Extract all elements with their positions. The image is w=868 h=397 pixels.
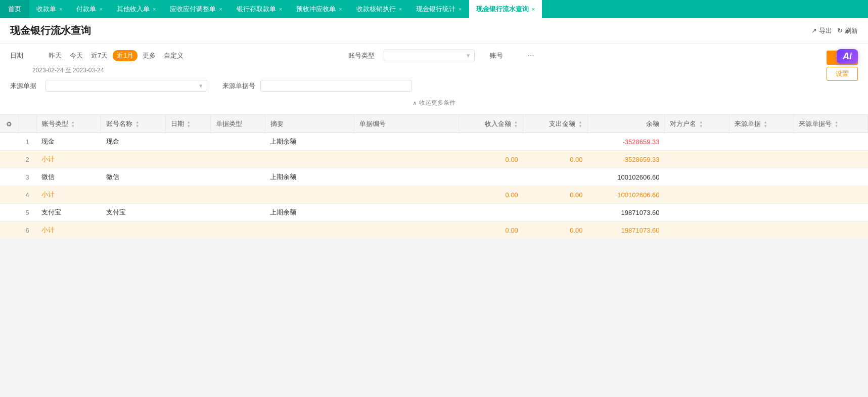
nav-tab[interactable]: 收款核销执行× bbox=[349, 0, 409, 18]
table-cell: 现金 bbox=[101, 133, 166, 151]
th-summary: 摘要 bbox=[265, 115, 354, 133]
page-header: 现金银行流水查询 ↗ 导出 ↻ 刷新 bbox=[0, 18, 868, 43]
table-cell bbox=[210, 133, 265, 151]
table-cell bbox=[265, 151, 354, 168]
table-cell: 0.00 bbox=[459, 222, 523, 239]
nav-tab[interactable]: 其他收入单× bbox=[110, 0, 163, 18]
header-actions: ↗ 导出 ↻ 刷新 bbox=[811, 26, 858, 35]
account-ellipsis[interactable]: ··· bbox=[525, 51, 536, 60]
date-opt-1month[interactable]: 近1月 bbox=[113, 50, 138, 61]
table-cell: 小计 bbox=[36, 186, 101, 204]
date-opt-more[interactable]: 更多 bbox=[140, 50, 159, 61]
source-doc-num-label: 来源单据号 bbox=[222, 81, 255, 91]
source-doc-label: 来源单据 bbox=[10, 81, 40, 91]
chevron-down-icon: ▾ bbox=[467, 52, 470, 59]
table-cell bbox=[0, 168, 18, 186]
table-cell bbox=[354, 151, 459, 168]
nav-tab[interactable]: 付款单× bbox=[69, 0, 109, 18]
table-cell bbox=[210, 204, 265, 222]
table-cell bbox=[0, 204, 18, 222]
table-cell bbox=[523, 168, 588, 186]
nav-tab[interactable]: 现金银行流水查询× bbox=[469, 0, 542, 18]
table-cell bbox=[665, 151, 729, 168]
table-row: 6小计0.000.0019871073.60 bbox=[0, 222, 868, 239]
tab-close-icon[interactable]: × bbox=[532, 6, 535, 12]
nav-tab[interactable]: 应收应付调整单× bbox=[163, 0, 229, 18]
table-cell bbox=[523, 204, 588, 222]
account-label: 账号 bbox=[490, 51, 520, 60]
table-cell bbox=[523, 133, 588, 151]
th-income[interactable]: 收入金额 ▲▼ bbox=[459, 115, 523, 133]
table-cell: 上期余额 bbox=[265, 204, 354, 222]
table-cell bbox=[165, 204, 210, 222]
tab-close-icon[interactable]: × bbox=[339, 6, 342, 12]
tab-close-icon[interactable]: × bbox=[399, 6, 402, 12]
table-cell bbox=[265, 186, 354, 204]
date-opt-today[interactable]: 今天 bbox=[67, 50, 86, 61]
table-cell: 上期余额 bbox=[265, 168, 354, 186]
tab-close-icon[interactable]: × bbox=[279, 6, 282, 12]
table-cell: 19871073.60 bbox=[587, 222, 664, 239]
table-cell bbox=[794, 168, 868, 186]
ai-badge[interactable]: Ai bbox=[837, 49, 858, 64]
tab-close-icon[interactable]: × bbox=[99, 6, 102, 12]
th-doc-no: 单据编号 bbox=[354, 115, 459, 133]
table-cell: 100102606.60 bbox=[587, 168, 664, 186]
tab-close-icon[interactable]: × bbox=[153, 6, 156, 12]
table-cell: 0.00 bbox=[523, 186, 588, 204]
table-cell bbox=[165, 133, 210, 151]
th-account-name[interactable]: 账号名称 ▲▼ bbox=[101, 115, 166, 133]
table-cell: 1 bbox=[18, 133, 36, 151]
table-cell bbox=[354, 133, 459, 151]
table-cell: 支付宝 bbox=[36, 204, 101, 222]
table-cell bbox=[459, 168, 523, 186]
table-cell bbox=[794, 133, 868, 151]
source-doc-select[interactable]: ▾ bbox=[45, 80, 207, 92]
table-cell bbox=[210, 168, 265, 186]
table-cell bbox=[354, 204, 459, 222]
export-button[interactable]: ↗ 导出 bbox=[811, 26, 832, 35]
nav-tab[interactable]: 预收冲应收单× bbox=[289, 0, 349, 18]
filter-row-date: 日期 昨天 今天 近7天 近1月 更多 自定义 账号类型 ▾ bbox=[10, 50, 816, 61]
tab-close-icon[interactable]: × bbox=[459, 6, 462, 12]
th-counterpart[interactable]: 对方户名 ▲▼ bbox=[665, 115, 729, 133]
tab-close-icon[interactable]: × bbox=[59, 6, 62, 12]
table-cell bbox=[0, 133, 18, 151]
table-cell bbox=[459, 133, 523, 151]
page-title: 现金银行流水查询 bbox=[10, 24, 91, 37]
table-cell bbox=[354, 186, 459, 204]
th-account-type[interactable]: 账号类型 ▲▼ bbox=[36, 115, 101, 133]
table-cell: -3528659.33 bbox=[587, 151, 664, 168]
nav-tab[interactable]: 现金银行统计× bbox=[409, 0, 469, 18]
th-expense[interactable]: 支出金额 ▲▼ bbox=[523, 115, 588, 133]
table-row: 2小计0.000.00-3528659.33 bbox=[0, 151, 868, 168]
table-cell: 微信 bbox=[101, 168, 166, 186]
table-cell: 4 bbox=[18, 186, 36, 204]
table-cell: 支付宝 bbox=[101, 204, 166, 222]
table-cell bbox=[0, 151, 18, 168]
account-type-select[interactable]: ▾ bbox=[384, 50, 475, 61]
collapse-label: 收起更多条件 bbox=[419, 99, 455, 107]
collapse-bar[interactable]: ∧ 收起更多条件 bbox=[10, 97, 858, 111]
nav-home-label: 首页 bbox=[8, 5, 21, 14]
th-source-doc[interactable]: 来源单据 ▲▼ bbox=[729, 115, 794, 133]
table-cell: -3528659.33 bbox=[587, 133, 664, 151]
date-opt-7days[interactable]: 近7天 bbox=[88, 50, 111, 61]
nav-tab[interactable]: 银行存取款单× bbox=[230, 0, 289, 18]
settings-button[interactable]: 设置 bbox=[827, 67, 858, 81]
date-opt-yesterday[interactable]: 昨天 bbox=[45, 50, 65, 61]
date-opt-custom[interactable]: 自定义 bbox=[161, 50, 187, 61]
nav-tab[interactable]: 收款单× bbox=[29, 0, 69, 18]
source-doc-num-input[interactable] bbox=[260, 80, 412, 92]
table-cell: 0.00 bbox=[523, 151, 588, 168]
th-source-doc-no[interactable]: 来源单据号 ▲▼ bbox=[794, 115, 868, 133]
refresh-button[interactable]: ↻ 刷新 bbox=[837, 26, 858, 35]
th-gear[interactable]: ⚙ bbox=[0, 115, 18, 133]
th-date[interactable]: 日期 ▲▼ bbox=[165, 115, 210, 133]
table-cell bbox=[794, 186, 868, 204]
date-label: 日期 bbox=[10, 51, 40, 60]
nav-home[interactable]: 首页 bbox=[0, 0, 29, 18]
table-cell bbox=[165, 168, 210, 186]
table-cell bbox=[665, 186, 729, 204]
tab-close-icon[interactable]: × bbox=[219, 6, 222, 12]
